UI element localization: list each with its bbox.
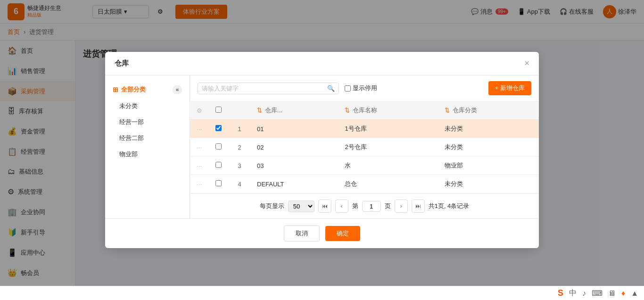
table-row[interactable]: ··· 3 03 水 物业部 — [190, 157, 539, 175]
total-info: 共1页, 4条记录 — [429, 202, 470, 210]
row-num: 1 — [228, 120, 251, 138]
sort-icon-code: ⇅ — [257, 107, 262, 114]
th-name-label: 仓库名称 — [353, 107, 377, 114]
row-code: DEFAULT — [251, 175, 339, 193]
th-name[interactable]: ⇅ 仓库名称 — [339, 101, 439, 120]
per-page-select[interactable]: 50 10 20 100 — [288, 200, 314, 212]
row-checkbox-cell[interactable] — [209, 138, 228, 157]
row-category: 未分类 — [439, 120, 539, 138]
row-name: 总仓 — [339, 175, 439, 193]
show-disabled-checkbox[interactable] — [345, 85, 351, 92]
row-category: 物业部 — [439, 157, 539, 175]
select-all-checkbox[interactable] — [215, 107, 222, 113]
grid-icon: ⊞ — [113, 86, 118, 93]
warehouse-dialog: 仓库 × ⊞ 全部分类 « 未分类 经营一部 经营二部 物业部 — [105, 52, 539, 248]
row-actions[interactable]: ··· — [190, 120, 209, 138]
s-brand-icon: S — [558, 288, 563, 298]
tree-all-category[interactable]: ⊞ 全部分类 « — [105, 81, 190, 98]
tree-item-ops1[interactable]: 经营一部 — [105, 114, 190, 130]
row-checkbox[interactable] — [215, 125, 222, 131]
table-row[interactable]: ··· 4 DEFAULT 总仓 未分类 — [190, 175, 539, 193]
keyboard-icon[interactable]: ⌨ — [592, 289, 603, 298]
confirm-button[interactable]: 确定 — [325, 226, 360, 241]
close-button[interactable]: × — [524, 58, 529, 68]
page-suffix: 页 — [385, 202, 391, 210]
row-checkbox-cell[interactable] — [209, 157, 228, 175]
tree-item-ops2[interactable]: 经营二部 — [105, 130, 190, 146]
pagination: 每页显示 50 10 20 100 ⏮ ‹ 第 页 › ⏭ 共1页, 4条记录 — [190, 193, 539, 218]
screen-icon[interactable]: 🖥 — [608, 289, 616, 298]
row-checkbox-cell[interactable] — [209, 175, 228, 193]
row-checkbox[interactable] — [215, 162, 222, 168]
row-num: 4 — [228, 175, 251, 193]
dialog-title: 仓库 — [115, 59, 129, 68]
first-page-button[interactable]: ⏮ — [318, 200, 331, 213]
table-row[interactable]: ··· 1 01 1号仓库 未分类 — [190, 120, 539, 138]
cancel-button[interactable]: 取消 — [284, 225, 320, 242]
table-panel: 🔍 显示停用 + 新增仓库 ⚙ — [190, 75, 539, 218]
dialog-header: 仓库 × — [105, 52, 539, 75]
th-category[interactable]: ⇅ 仓库分类 — [439, 101, 539, 120]
dialog-footer: 取消 确定 — [105, 218, 539, 248]
next-page-button[interactable]: › — [395, 200, 408, 213]
chinese-input-icon[interactable]: 中 — [569, 288, 577, 298]
table-row[interactable]: ··· 2 02 2号仓库 未分类 — [190, 138, 539, 157]
page-label: 第 — [352, 202, 358, 210]
row-name: 水 — [339, 157, 439, 175]
row-actions[interactable]: ··· — [190, 157, 209, 175]
tree-item-uncategorized[interactable]: 未分类 — [105, 98, 190, 114]
collapse-button[interactable]: « — [173, 85, 182, 94]
modal-overlay: 仓库 × ⊞ 全部分类 « 未分类 经营一部 经营二部 物业部 — [0, 0, 644, 300]
table-toolbar: 🔍 显示停用 + 新增仓库 — [190, 75, 539, 101]
page-input[interactable] — [362, 201, 381, 212]
th-check — [209, 101, 228, 120]
per-page-label: 每页显示 — [260, 202, 284, 210]
tree-all-label: 全部分类 — [121, 85, 146, 94]
tree-panel: ⊞ 全部分类 « 未分类 经营一部 经营二部 物业部 — [105, 75, 190, 218]
sort-icon-category: ⇅ — [445, 107, 450, 114]
settings-gear-icon: ⚙ — [197, 107, 202, 114]
search-icon[interactable]: 🔍 — [327, 85, 335, 92]
sort-icon-name: ⇅ — [345, 107, 350, 114]
th-category-label: 仓库分类 — [453, 107, 477, 114]
row-num: 2 — [228, 138, 251, 157]
th-settings: ⚙ — [190, 101, 209, 120]
row-code: 03 — [251, 157, 339, 175]
search-input[interactable] — [202, 85, 324, 92]
row-checkbox[interactable] — [215, 180, 222, 186]
diamond-icon[interactable]: ♦ — [621, 289, 625, 298]
row-category: 未分类 — [439, 138, 539, 157]
row-code: 02 — [251, 138, 339, 157]
prev-page-button[interactable]: ‹ — [335, 200, 348, 213]
add-warehouse-button[interactable]: + 新增仓库 — [488, 81, 531, 95]
show-disabled-label[interactable]: 显示停用 — [345, 84, 377, 92]
data-table: ⚙ ⇅ 仓库... — [190, 101, 539, 193]
th-code-label: 仓库... — [265, 107, 282, 114]
search-box: 🔍 — [198, 83, 339, 94]
sound-icon[interactable]: ♪ — [582, 289, 586, 298]
th-code[interactable]: ⇅ 仓库... — [251, 101, 339, 120]
dialog-body: ⊞ 全部分类 « 未分类 经营一部 经营二部 物业部 🔍 — [105, 75, 539, 218]
show-disabled-text: 显示停用 — [353, 84, 377, 92]
th-num — [228, 101, 251, 120]
row-name: 1号仓库 — [339, 120, 439, 138]
row-code: 01 — [251, 120, 339, 138]
last-page-button[interactable]: ⏭ — [412, 200, 425, 213]
row-name: 2号仓库 — [339, 138, 439, 157]
row-actions[interactable]: ··· — [190, 175, 209, 193]
row-actions[interactable]: ··· — [190, 138, 209, 157]
row-checkbox-cell[interactable] — [209, 120, 228, 138]
row-category: 未分类 — [439, 175, 539, 193]
row-num: 3 — [228, 157, 251, 175]
tree-item-property[interactable]: 物业部 — [105, 146, 190, 162]
up-icon[interactable]: ▲ — [631, 289, 638, 298]
bottom-bar: S 中 ♪ ⌨ 🖥 ♦ ▲ — [0, 286, 644, 300]
row-checkbox[interactable] — [215, 143, 222, 150]
